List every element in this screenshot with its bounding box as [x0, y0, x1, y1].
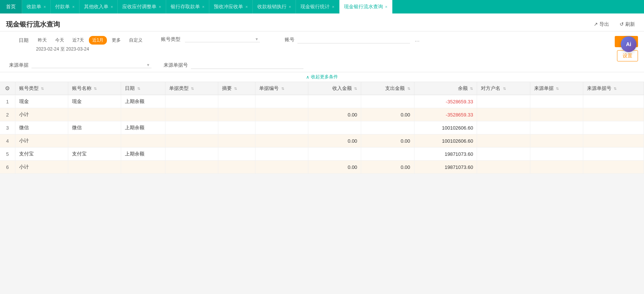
- close-tab-1-icon[interactable]: ×: [72, 4, 74, 9]
- date-label: 日期: [6, 37, 29, 44]
- col-source-doc-no[interactable]: 来源单据号 ⇅: [583, 82, 644, 95]
- top-navigation: 首页 收款单 × 付款单 × 其他收入单 × 应收应付调整单 × 银行存取款单 …: [0, 0, 644, 13]
- row-income: [308, 148, 361, 161]
- close-tab-8-icon[interactable]: ×: [385, 4, 387, 9]
- source-doc-select[interactable]: ▼: [32, 62, 152, 68]
- collapse-bar[interactable]: ∧ 收起更多条件: [0, 72, 644, 82]
- row-source-doc: [530, 161, 583, 174]
- table-row: 3微信微信上期余额100102606.60: [0, 121, 644, 134]
- row-summary: [218, 108, 255, 121]
- row-summary: [218, 134, 255, 148]
- row-account-name: 支付宝: [68, 148, 121, 161]
- row-doc-no: [255, 95, 308, 108]
- account-more-icon[interactable]: ...: [414, 36, 419, 43]
- export-button[interactable]: ↗ 导出: [591, 19, 612, 29]
- filter-area: 日期 昨天 今天 近7天 近1月 更多 自定义 2023-02-24 至 202…: [0, 31, 644, 72]
- nav-tab-2[interactable]: 其他收入单 ×: [80, 0, 118, 13]
- source-doc-no-input[interactable]: [191, 61, 303, 69]
- nav-tab-6[interactable]: 收款核销执行 ×: [253, 0, 296, 13]
- row-income: [308, 121, 361, 134]
- date-btn-today[interactable]: 今天: [52, 36, 68, 45]
- row-balance: 19871073.60: [414, 161, 477, 174]
- row-date: 上期余额: [121, 148, 165, 161]
- date-btn-7days[interactable]: 近7天: [69, 36, 87, 45]
- row-expense: 0.00: [361, 108, 414, 121]
- close-tab-7-icon[interactable]: ×: [332, 4, 334, 9]
- close-tab-3-icon[interactable]: ×: [159, 4, 161, 9]
- col-account-name[interactable]: 账号名称 ⇅: [68, 82, 121, 95]
- col-settings[interactable]: ⚙: [0, 82, 15, 95]
- row-account-name: 微信: [68, 121, 121, 134]
- nav-tab-8[interactable]: 现金银行流水查询 ×: [339, 0, 392, 13]
- row-summary: [218, 95, 255, 108]
- account-type-select[interactable]: ▼: [185, 36, 260, 42]
- nav-tab-1[interactable]: 付款单 ×: [51, 0, 79, 13]
- row-doc-type: [165, 121, 218, 134]
- nav-tab-5[interactable]: 预收冲应收单 ×: [209, 0, 252, 13]
- col-source-doc-label: 来源单据: [534, 85, 554, 91]
- col-balance[interactable]: 余额 ⇅: [414, 82, 477, 95]
- source-doc-chevron-icon: ▼: [146, 63, 150, 67]
- row-doc-type: [165, 95, 218, 108]
- table-body: 1现金现金上期余额-3528659.332小计0.000.00-3528659.…: [0, 95, 644, 174]
- col-counterparty[interactable]: 对方户名 ⇅: [477, 82, 530, 95]
- col-doc-type[interactable]: 单据类型 ⇅: [165, 82, 218, 95]
- row-source-doc: [530, 148, 583, 161]
- page-header: 现金银行流水查询 ↗ 导出 ↺ 刷新: [0, 13, 644, 31]
- col-expense[interactable]: 支出金额 ⇅: [361, 82, 414, 95]
- col-summary[interactable]: 摘要 ⇅: [218, 82, 255, 95]
- row-doc-no: [255, 161, 308, 174]
- sort-income-icon: ⇅: [354, 87, 357, 91]
- col-date[interactable]: 日期 ⇅: [121, 82, 165, 95]
- col-account-type[interactable]: 账号类型 ⇅: [15, 82, 68, 95]
- row-date: [121, 134, 165, 148]
- nav-home[interactable]: 首页: [0, 0, 22, 13]
- date-btn-more[interactable]: 更多: [108, 36, 124, 45]
- collapse-label: 收起更多条件: [311, 74, 338, 80]
- col-income[interactable]: 收入金额 ⇅: [308, 82, 361, 95]
- col-expense-label: 支出金额: [385, 85, 405, 91]
- row-account-type: 微信: [15, 121, 68, 134]
- row-source-doc-no: [583, 161, 644, 174]
- close-tab-4-icon[interactable]: ×: [202, 4, 204, 9]
- refresh-button[interactable]: ↺ 刷新: [617, 19, 638, 29]
- data-table: ⚙ 账号类型 ⇅ 账号名称 ⇅ 日期 ⇅ 单据类型 ⇅: [0, 82, 644, 174]
- date-btn-1month[interactable]: 近1月: [89, 36, 107, 45]
- table-settings-icon[interactable]: ⚙: [5, 85, 10, 91]
- table-container: ⚙ 账号类型 ⇅ 账号名称 ⇅ 日期 ⇅ 单据类型 ⇅: [0, 82, 644, 174]
- row-source-doc: [530, 108, 583, 121]
- row-date: [121, 108, 165, 121]
- row-expense: [361, 121, 414, 134]
- sort-source-doc-no-icon: ⇅: [614, 87, 617, 91]
- row-counterparty: [477, 121, 530, 134]
- col-summary-label: 摘要: [222, 85, 232, 91]
- row-account-name: 现金: [68, 95, 121, 108]
- ai-assistant-button[interactable]: Ai: [621, 36, 636, 52]
- export-icon: ↗: [594, 21, 598, 27]
- close-tab-5-icon[interactable]: ×: [245, 4, 248, 9]
- row-account-name: [68, 108, 121, 121]
- row-doc-type: [165, 134, 218, 148]
- row-source-doc-no: [583, 95, 644, 108]
- close-tab-0-icon[interactable]: ×: [44, 4, 46, 9]
- row-index: 1: [0, 95, 15, 108]
- nav-tab-7[interactable]: 现金银行统计 ×: [296, 0, 339, 13]
- row-balance: 100102606.60: [414, 121, 477, 134]
- nav-tab-0[interactable]: 收款单 ×: [22, 0, 51, 13]
- source-doc-label: 来源单据: [6, 62, 29, 69]
- row-index: 4: [0, 134, 15, 148]
- col-doc-no[interactable]: 单据编号 ⇅: [255, 82, 308, 95]
- nav-tab-4[interactable]: 银行存取款单 ×: [166, 0, 209, 13]
- close-tab-2-icon[interactable]: ×: [111, 4, 113, 9]
- row-doc-no: [255, 108, 308, 121]
- date-btn-custom[interactable]: 自定义: [126, 36, 146, 45]
- header-actions: ↗ 导出 ↺ 刷新: [591, 19, 638, 29]
- nav-tab-3[interactable]: 应收应付调整单 ×: [118, 0, 166, 13]
- col-source-doc[interactable]: 来源单据 ⇅: [530, 82, 583, 95]
- date-btn-yesterday[interactable]: 昨天: [35, 36, 50, 45]
- row-counterparty: [477, 108, 530, 121]
- row-account-type: 小计: [15, 134, 68, 148]
- account-input[interactable]: [297, 36, 410, 43]
- sort-summary-icon: ⇅: [234, 87, 237, 91]
- close-tab-6-icon[interactable]: ×: [289, 4, 291, 9]
